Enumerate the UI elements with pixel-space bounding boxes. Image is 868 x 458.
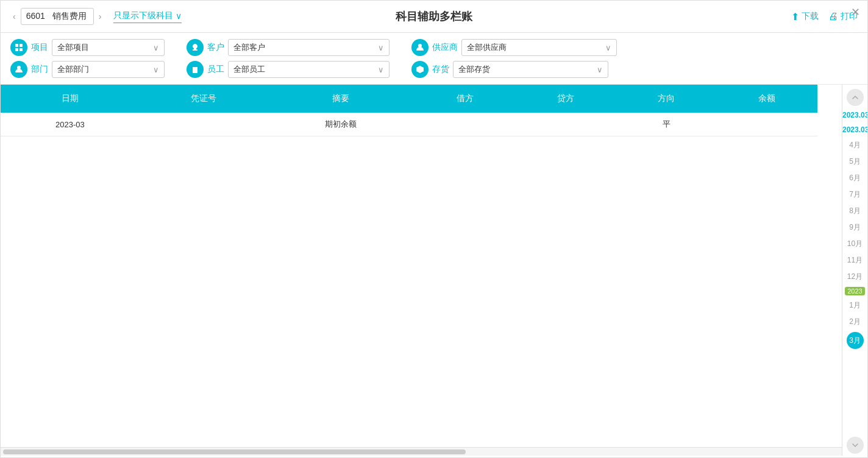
table-wrapper[interactable]: 日期 凭证号 摘要 借方 贷方 方向 余额 2023-03 [1,85,842,456]
header-bar: ‹ 6601 销售费用 › 只显示下级科目 ∨ 科目辅助多栏账 ⬆ 下载 🖨 打… [1,1,867,33]
employee-label: 员工 [207,64,224,75]
scrollbar-thumb [3,449,466,454]
inventory-label: 存货 [432,64,449,75]
content-area: 项目 全部项目 ∨ 客户 全部客户 ∨ [1,33,867,456]
year-badge-2023[interactable]: 2023 [845,287,864,295]
timeline-month-6[interactable]: 6月 [842,170,867,186]
department-select[interactable]: 全部部门 ∨ [52,61,165,78]
project-value: 全部项目 [57,42,89,53]
prev-account-button[interactable]: ‹ [10,10,18,23]
cell-voucher [140,113,268,136]
account-code: 6601 [26,11,45,21]
timeline-month-9[interactable]: 9月 [842,219,867,236]
department-arrow-icon: ∨ [153,65,159,74]
filter-customer: 客户 全部客户 ∨ [187,39,390,56]
svg-rect-1 [15,48,18,51]
cell-credit [515,113,616,136]
timeline-sidebar: 2023.03 2023.03 4月 5月 6月 7月 8月 9月 10月 11… [842,85,867,456]
cell-summary: 期初余额 [268,113,414,136]
inventory-select[interactable]: 全部存货 ∨ [453,61,608,78]
project-label: 项目 [31,42,48,53]
main-window: ‹ 6601 销售费用 › 只显示下级科目 ∨ 科目辅助多栏账 ⬆ 下载 🖨 打… [0,0,868,458]
inventory-arrow-icon: ∨ [597,65,603,74]
show-sub-label: 只显示下级科目 [113,10,173,21]
cell-date: 2023-03 [1,113,140,136]
timeline-month-11[interactable]: 11月 [842,252,867,269]
col-date: 日期 [1,85,140,113]
timeline-month-7[interactable]: 7月 [842,186,867,203]
filter-employee: 员工 全部员工 ∨ [187,61,390,78]
svg-rect-0 [15,44,18,47]
project-select[interactable]: 全部项目 ∨ [52,39,165,56]
filter-row-2: 部门 全部部门 ∨ 员工 全部员工 ∨ [10,61,858,78]
department-label: 部门 [31,64,48,75]
filter-inventory: 存货 全部存货 ∨ [411,61,608,78]
show-sub-dropdown-icon: ∨ [176,11,182,21]
header-nav: ‹ 6601 销售费用 › [10,8,104,25]
supplier-label: 供应商 [432,42,458,53]
timeline-month-10[interactable]: 10月 [842,236,867,252]
timeline-month-5[interactable]: 5月 [842,153,867,170]
timeline-up-button[interactable] [847,89,864,106]
supplier-value: 全部供应商 [467,42,507,53]
employee-icon [187,61,204,78]
supplier-select[interactable]: 全部供应商 ∨ [461,39,617,56]
header-actions: ⬆ 下载 🖨 打印 [791,11,858,23]
timeline-month-1[interactable]: 1月 [842,297,867,314]
timeline-month-8[interactable]: 8月 [842,203,867,219]
timeline-month-3-active[interactable]: 3月 [847,332,864,349]
customer-value: 全部客户 [233,42,265,53]
timeline-month-12[interactable]: 12月 [842,269,867,285]
download-button[interactable]: ⬆ 下载 [791,11,819,23]
customer-icon [187,39,204,56]
col-balance: 余额 [717,85,817,113]
employee-arrow-icon: ∨ [378,65,384,74]
col-voucher: 凭证号 [140,85,268,113]
col-direction: 方向 [616,85,717,113]
col-credit: 贷方 [515,85,616,113]
cell-balance [717,113,817,136]
supplier-arrow-icon: ∨ [605,43,611,52]
filter-bar: 项目 全部项目 ∨ 客户 全部客户 ∨ [1,33,867,85]
department-icon [10,61,27,78]
svg-rect-6 [193,67,197,73]
supplier-icon [411,39,429,56]
timeline-month-4[interactable]: 4月 [842,137,867,153]
inventory-value: 全部存货 [458,64,490,75]
show-sub-button[interactable]: 只显示下级科目 ∨ [113,10,182,23]
project-icon [10,39,27,56]
cell-debit [414,113,515,136]
timeline-down-button[interactable] [847,437,864,454]
horizontal-scrollbar[interactable] [1,447,842,456]
timeline-month-2[interactable]: 2月 [842,314,867,330]
cell-direction: 平 [616,113,717,136]
col-debit: 借方 [414,85,515,113]
filter-department: 部门 全部部门 ∨ [10,61,165,78]
svg-rect-3 [20,48,23,51]
project-arrow-icon: ∨ [153,43,159,52]
account-name: 销售费用 [52,11,87,21]
col-summary: 摘要 [268,85,414,113]
account-label: 6601 销售费用 [21,8,94,25]
inventory-icon [411,61,429,78]
customer-select[interactable]: 全部客户 ∨ [228,39,390,56]
table-row: 2023-03 期初余额 平 [1,113,817,136]
filter-project: 项目 全部项目 ∨ [10,39,165,56]
timeline-period-2023-03-1[interactable]: 2023.03 [842,108,867,122]
ledger-table: 日期 凭证号 摘要 借方 贷方 方向 余额 2023-03 [1,85,817,136]
department-value: 全部部门 [57,64,89,75]
timeline-period-2023-03-2[interactable]: 2023.03 [842,122,867,137]
download-icon: ⬆ [791,11,799,23]
svg-rect-2 [20,44,23,47]
filter-row-1: 项目 全部项目 ∨ 客户 全部客户 ∨ [10,39,858,56]
next-account-button[interactable]: › [96,10,104,23]
close-button[interactable]: ✕ [851,7,860,18]
print-icon: 🖨 [828,11,838,22]
filter-supplier: 供应商 全部供应商 ∨ [411,39,617,56]
employee-value: 全部员工 [233,64,265,75]
page-title: 科目辅助多栏账 [396,9,472,24]
table-header-row: 日期 凭证号 摘要 借方 贷方 方向 余额 [1,85,817,113]
employee-select[interactable]: 全部员工 ∨ [228,61,390,78]
customer-arrow-icon: ∨ [378,43,384,52]
table-and-sidebar: 日期 凭证号 摘要 借方 贷方 方向 余额 2023-03 [1,85,867,456]
